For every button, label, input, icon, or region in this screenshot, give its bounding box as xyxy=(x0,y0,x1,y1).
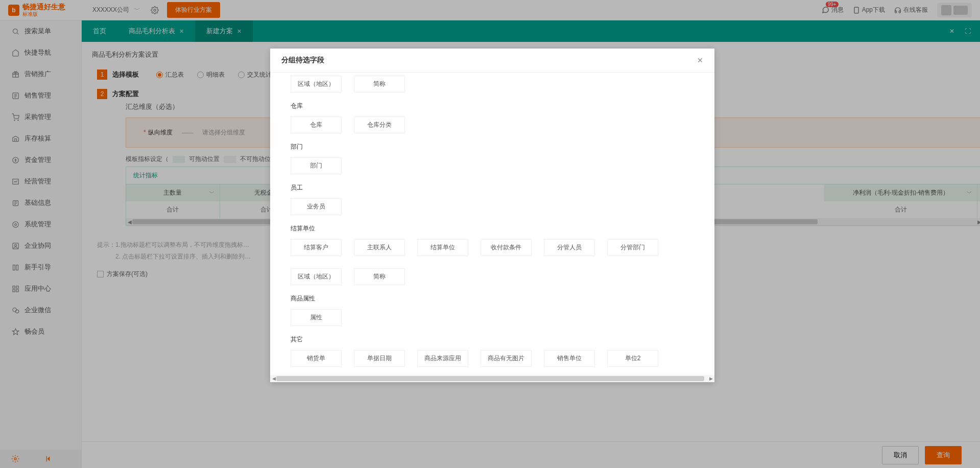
field-chip[interactable]: 商品有无图片 xyxy=(481,350,532,367)
field-chip[interactable]: 区域（地区） xyxy=(291,268,342,285)
field-group-row: 结算客户主联系人结算单位收付款条件分管人员分管部门区域（地区）简称 xyxy=(291,239,702,285)
field-chip[interactable]: 商品来源应用 xyxy=(417,350,468,367)
field-chip[interactable]: 简称 xyxy=(354,268,405,285)
field-group-title: 其它 xyxy=(291,335,712,344)
field-chip[interactable]: 简称 xyxy=(354,76,405,92)
scroll-thumb[interactable] xyxy=(276,376,704,381)
field-group-row: 属性 xyxy=(291,309,702,326)
field-chip[interactable]: 单据日期 xyxy=(354,350,405,367)
field-chip[interactable]: 业务员 xyxy=(291,198,342,215)
field-chip[interactable]: 属性 xyxy=(291,309,342,326)
field-group-title: 商品属性 xyxy=(291,294,712,303)
field-group-title: 仓库 xyxy=(291,102,712,110)
field-group-title: 员工 xyxy=(291,183,712,192)
field-chip[interactable]: 分管人员 xyxy=(544,239,595,256)
field-chip[interactable]: 仓库分类 xyxy=(354,116,405,133)
field-chip[interactable]: 仓库 xyxy=(291,116,342,133)
modal-body[interactable]: 客户省/分类分管部门分管人员主联系人主联系电销售单位 区域（地区）简称 仓库仓库… xyxy=(270,73,714,374)
field-group-row: 仓库仓库分类 xyxy=(291,116,702,133)
field-chip[interactable]: 主联系人 xyxy=(354,239,405,256)
field-chip[interactable]: 分管部门 xyxy=(607,239,658,256)
field-chip[interactable]: 收付款条件 xyxy=(481,239,532,256)
field-chip[interactable]: 销售单位 xyxy=(544,350,595,367)
scroll-right-icon[interactable]: ▶ xyxy=(707,375,714,382)
field-chip[interactable]: 结算单位 xyxy=(417,239,468,256)
field-group-row: 销货单单据日期商品来源应用商品有无图片销售单位单位2主计量制单人审核人出库人预计… xyxy=(291,350,702,374)
field-select-modal: 分组待选字段 ✕ 客户省/分类分管部门分管人员主联系人主联系电销售单位 区域（地… xyxy=(270,49,714,382)
field-group-title: 部门 xyxy=(291,143,712,151)
field-group-row: 业务员 xyxy=(291,198,702,215)
modal-header: 分组待选字段 ✕ xyxy=(270,49,714,73)
close-icon[interactable]: ✕ xyxy=(697,56,703,64)
field-chip[interactable]: 部门 xyxy=(291,157,342,174)
field-chip[interactable]: 销货单 xyxy=(291,350,342,367)
modal-title: 分组待选字段 xyxy=(281,56,324,65)
field-chip[interactable]: 结算客户 xyxy=(291,239,342,256)
modal-horizontal-scrollbar[interactable]: ◀ ▶ xyxy=(270,375,714,382)
field-chip[interactable]: 区域（地区） xyxy=(291,76,342,92)
field-group-title: 结算单位 xyxy=(291,224,712,233)
field-group-row: 部门 xyxy=(291,157,702,174)
field-chip[interactable]: 单位2 xyxy=(607,350,658,367)
